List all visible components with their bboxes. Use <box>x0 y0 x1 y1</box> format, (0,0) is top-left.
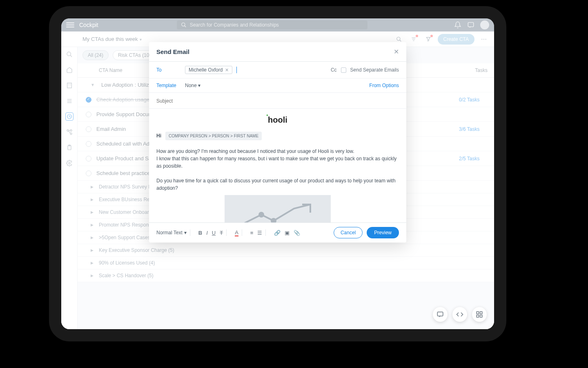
subject-row <box>149 93 406 109</box>
chat-icon[interactable] <box>467 21 474 29</box>
from-options-link[interactable]: From Options <box>369 83 399 88</box>
fab-code-icon[interactable] <box>452 307 467 322</box>
filter-all[interactable]: All (24) <box>82 50 109 60</box>
format-dropdown[interactable]: Normal Text ▾ <box>156 230 187 236</box>
fab-grid-icon[interactable] <box>472 307 487 322</box>
send-separate-label: Send Separate Emails <box>350 67 399 73</box>
global-search[interactable] <box>177 20 368 29</box>
greeting: Hi <box>156 133 161 139</box>
svg-rect-33 <box>480 312 482 314</box>
to-label: To <box>156 67 181 73</box>
remove-chip-icon[interactable]: ✕ <box>225 67 229 73</box>
caret-right-icon: ▶ <box>91 223 95 227</box>
task-count: 2/5 Tasks <box>455 156 488 162</box>
svg-point-23 <box>70 130 72 131</box>
task-radio[interactable] <box>86 126 91 132</box>
body-para3: Do you have time for a quick call to dis… <box>156 177 399 192</box>
topbar: Cockpit <box>61 18 494 31</box>
svg-rect-32 <box>477 312 479 314</box>
search-nav-icon[interactable] <box>65 50 74 58</box>
email-body[interactable]: hooli Hi COMPANY PERSON > PERSON > FIRST… <box>149 109 406 222</box>
strike-icon[interactable]: T <box>220 230 223 236</box>
modal-title: Send Email <box>156 48 189 55</box>
clipboard-icon[interactable] <box>65 144 74 152</box>
bold-icon[interactable]: B <box>198 230 202 236</box>
sort-icon[interactable] <box>408 34 419 45</box>
collapsed-group[interactable]: ▶Key Executive Sponsor Charge (5) <box>78 244 494 257</box>
cc-button[interactable]: Cc <box>331 67 337 73</box>
gear-icon[interactable] <box>65 159 74 167</box>
svg-rect-31 <box>437 312 443 316</box>
svg-line-9 <box>70 55 72 57</box>
preview-button[interactable]: Preview <box>367 227 399 238</box>
body-para1: How are you doing? I'm reaching out beca… <box>156 148 399 155</box>
close-icon[interactable]: ✕ <box>394 48 399 56</box>
italic-icon[interactable]: I <box>206 230 208 236</box>
caret-down-icon: ▼ <box>91 83 97 87</box>
task-radio[interactable] <box>86 112 91 117</box>
svg-point-30 <box>272 219 276 223</box>
svg-point-28 <box>69 162 70 164</box>
chart-placeholder <box>225 195 331 222</box>
col-tasks: Tasks <box>455 67 488 73</box>
collapsed-group[interactable]: ▶90% of Licenses Used (4) <box>78 257 494 269</box>
list-icon[interactable] <box>65 97 74 105</box>
link-icon[interactable]: 🔗 <box>274 230 281 236</box>
chevron-down-icon: ▾ <box>184 230 187 236</box>
svg-point-8 <box>67 52 71 56</box>
task-radio[interactable] <box>86 97 91 103</box>
svg-rect-2 <box>468 22 474 27</box>
svg-rect-10 <box>67 83 71 88</box>
caret-right-icon: ▶ <box>91 197 95 202</box>
filter-icon[interactable] <box>423 34 434 45</box>
hamburger-icon[interactable] <box>66 21 74 29</box>
svg-line-20 <box>69 117 70 117</box>
svg-point-0 <box>181 23 185 26</box>
caret-right-icon: ▶ <box>91 274 95 278</box>
caret-right-icon: ▶ <box>91 248 95 252</box>
task-radio[interactable] <box>86 171 91 176</box>
to-row: To Michelle Oxford ✕ Cc Send Separate Em… <box>149 62 406 79</box>
view-dropdown[interactable]: My CTAs due this week▾ <box>82 36 142 42</box>
text-cursor <box>236 67 237 73</box>
subject-input[interactable] <box>156 98 399 104</box>
task-radio[interactable] <box>86 141 91 147</box>
chevron-down-icon: ▾ <box>140 37 142 42</box>
avatar[interactable] <box>480 20 489 29</box>
task-radio[interactable] <box>86 156 91 162</box>
cancel-button[interactable]: Cancel <box>334 227 363 238</box>
caret-right-icon: ▶ <box>91 210 95 214</box>
send-email-modal: Send Email ✕ To Michelle Oxford ✕ Cc Sen… <box>149 42 406 242</box>
recipient-chip[interactable]: Michelle Oxford ✕ <box>185 66 232 74</box>
fab-chat-icon[interactable] <box>433 307 448 322</box>
cockpit-icon[interactable] <box>65 112 74 121</box>
send-separate-checkbox[interactable] <box>341 67 346 73</box>
create-cta-button[interactable]: Create CTA <box>438 34 474 45</box>
svg-rect-35 <box>477 315 479 317</box>
bullet-list-icon[interactable]: ≡ <box>250 230 254 236</box>
search-input[interactable] <box>190 22 363 28</box>
building-icon[interactable] <box>65 81 74 90</box>
image-icon[interactable]: ▣ <box>285 230 290 236</box>
merge-token[interactable]: COMPANY PERSON > PERSON > FIRST NAME <box>165 132 262 140</box>
fab-row <box>433 307 487 322</box>
underline-icon[interactable]: U <box>212 230 216 236</box>
template-row: Template None ▾ From Options <box>149 79 406 93</box>
more-icon[interactable]: ⋯ <box>479 34 489 45</box>
app-screen: Cockpit My CTAs due this week▾ <box>61 18 494 329</box>
bell-icon[interactable] <box>454 21 461 29</box>
chevron-down-icon: ▾ <box>198 83 200 88</box>
caret-right-icon: ▶ <box>91 236 95 240</box>
number-list-icon[interactable]: ☰ <box>257 230 262 236</box>
attachment-icon[interactable]: 📎 <box>294 230 300 236</box>
modal-header: Send Email ✕ <box>149 42 406 62</box>
network-icon[interactable] <box>65 128 74 136</box>
collapsed-group[interactable]: ▶Scale > CS Handover (5) <box>78 269 494 282</box>
hooli-logo: hooli <box>268 114 287 126</box>
body-para2: I know that this can happen for many rea… <box>156 155 399 170</box>
topbar-icons <box>454 20 489 29</box>
home-icon[interactable] <box>65 66 74 74</box>
tablet-frame: Cockpit My CTAs due this week▾ <box>49 6 506 341</box>
template-dropdown[interactable]: None ▾ <box>185 83 200 88</box>
text-color-icon[interactable]: A <box>235 229 238 236</box>
